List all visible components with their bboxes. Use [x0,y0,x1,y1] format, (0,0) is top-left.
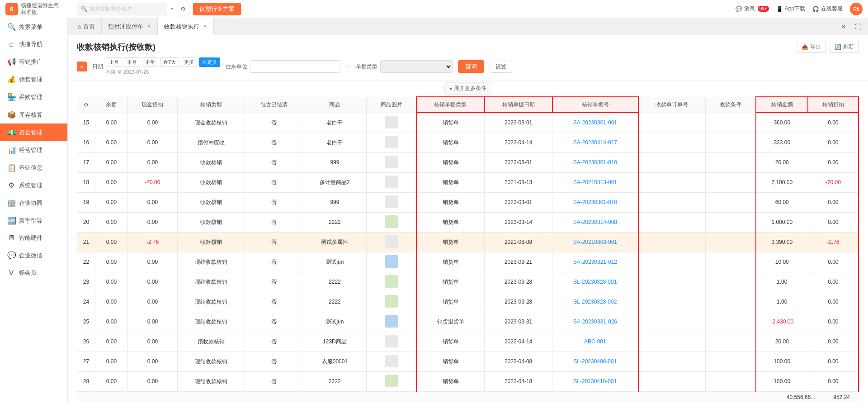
purchase-icon: 🏪 [7,93,15,101]
tab-collection-close[interactable]: ✕ [203,24,207,29]
cell-include-settled: 否 [245,352,303,371]
date-btn-this-year[interactable]: 本年 [142,57,158,67]
top-bar: 6 畅捷通谱好生意 标准版 🔍 搜索功能/单据/客户... ▾ ⚙ 休憩行业方案… [0,0,868,18]
sidebar: 🔍 搜索菜单 ⌂ 快捷导航 📢 营销推广 💰 销售管理 🏪 采购管理 📦 库存核… [0,18,68,404]
sidebar-item-finance[interactable]: 💵 资金管理 [0,124,67,141]
table-footer: 40,556,66... 952.24 [77,392,859,402]
cell-balance: 0.00 [95,152,128,172]
sidebar-item-member[interactable]: V 畅会员 [0,264,67,281]
cell-bill-no[interactable]: SL-20230328-001 [552,272,638,292]
th-settings[interactable]: ⚙ [77,97,95,113]
cell-bill-no[interactable]: SL-20230418-001 [552,371,638,391]
cell-receipt-order-no [638,371,706,391]
date-btn-7days[interactable]: 近7天 [160,57,179,67]
cell-bill-no[interactable]: SA-20230314-008 [552,212,638,232]
export-icon: 📤 [802,44,808,50]
tab-prepaid-close[interactable]: ✕ [147,24,151,29]
cell-write-off-type: 现结收款核销 [178,292,245,312]
sidebar-item-label: 库存核算 [19,111,42,119]
sidebar-item-enterprise[interactable]: 🏢 企业协同 [0,194,67,212]
cell-bill-no[interactable]: SA-20230321-012 [552,252,638,272]
cell-balance: 0.00 [95,292,128,312]
cell-bill-date: 2023-03-28 [485,272,552,292]
sidebar-item-label: 快捷导航 [19,40,42,48]
sidebar-item-label: 基础信息 [19,164,42,172]
tab-prepaid[interactable]: 预付冲应付单 ✕ [102,18,158,35]
expand-more-button[interactable]: ▾ 展开更多条件 [444,82,491,95]
cell-receipt-order-no [638,352,706,371]
header-actions: 📤 导出 🔄 刷新 [797,41,859,53]
app-download-area[interactable]: 📱 App下载 [776,5,805,13]
cell-bill-no[interactable]: SA-20230301-001 [552,113,638,133]
table-row: 24 0.00 0.00 现结收款核销 否 2222 销货单 2023-03-2… [77,292,859,312]
date-btn-more[interactable]: 更多 [181,57,197,67]
sidebar-item-purchase[interactable]: 🏪 采购管理 [0,88,67,106]
cell-bill-no[interactable]: SL-20230408-001 [552,352,638,371]
cell-row-num: 24 [77,292,95,312]
cell-bill-no[interactable]: SA-20230414-017 [552,133,638,152]
cell-bill-no[interactable]: SA-20230301-010 [552,192,638,212]
cell-write-off-discount: 0.00 [808,312,859,332]
search-box[interactable]: 🔍 搜索功能/单据/客户... [77,3,167,15]
cell-bill-no[interactable]: ABC-001 [552,332,638,352]
search-dropdown-arrow[interactable]: ▾ [171,6,173,11]
tab-collection[interactable]: 收款核销执行 ✕ [158,18,214,35]
sidebar-item-operations[interactable]: 📊 经营管理 [0,141,67,159]
cell-row-num: 19 [77,192,95,212]
cell-balance: 0.00 [95,133,128,152]
sidebar-item-new-guide[interactable]: 🆕 新手引导 [0,212,67,229]
cell-bill-no[interactable]: SA-20230331-026 [552,312,638,332]
cell-cash-discount: 0.00 [127,192,177,212]
sidebar-item-enterprise-wx[interactable]: 💬 企业微信 [0,247,67,264]
cell-bill-no[interactable]: SA-20210808-001 [552,232,638,252]
search-menu-icon: 🔍 [7,23,15,31]
cell-bill-date: 2023-03-21 [485,252,552,272]
cell-write-off-type: 收款核销 [178,192,245,212]
date-btn-custom[interactable]: 自定义 [199,57,220,67]
sidebar-item-system[interactable]: ⚙ 系统管理 [0,176,67,194]
cell-goods-img [366,113,416,133]
sidebar-item-search-menu[interactable]: 🔍 搜索菜单 [0,18,67,36]
new-guide-icon: 🆕 [7,216,15,225]
cell-write-off-discount: 0.00 [808,252,859,272]
date-btn-this-month[interactable]: 本月 [124,57,140,67]
cell-bill-no[interactable]: SA-20210813-001 [552,172,638,192]
sidebar-item-inventory[interactable]: 📦 库存核算 [0,106,67,124]
cell-write-off-discount: 0.00 [808,133,859,152]
cell-balance: 0.00 [95,192,128,212]
query-button[interactable]: 查询 [458,60,484,73]
basic-info-icon: 📋 [7,163,15,172]
refresh-button[interactable]: 🔄 刷新 [830,41,859,53]
tab-home[interactable]: ⌂ 首页 [71,18,102,35]
cell-bill-date: 2023-03-14 [485,212,552,232]
settings-button[interactable]: 设置 [490,61,512,73]
message-area[interactable]: 💬 消息 99+ [736,5,769,13]
cell-write-off-amount: 20.00 [756,152,808,172]
online-service-area[interactable]: 🎧 在线客服 [812,5,843,13]
counterpart-input[interactable] [250,60,340,73]
top-right-area: 💬 消息 99+ 📱 App下载 🎧 在线客服 Rit [736,3,863,15]
cell-receipt-order-no [638,232,706,252]
tab-close-all-button[interactable]: ✕ [837,20,850,33]
cell-bill-no[interactable]: SL-20230328-002 [552,292,638,312]
cell-include-settled: 否 [245,332,303,352]
industry-solution-button[interactable]: 休憩行业方案 [193,3,241,15]
settings-gear-btn[interactable]: ⚙ [177,3,189,15]
cell-row-num: 23 [77,272,95,292]
sidebar-item-label: 新手引导 [19,217,42,225]
sidebar-item-smart-hw[interactable]: 🖥 智能硬件 [0,229,67,247]
user-avatar[interactable]: Rit [850,3,863,15]
export-button[interactable]: 📤 导出 [797,41,826,53]
cell-write-off-amount: 100.00 [756,371,808,391]
table-row: 19 0.00 0.00 收款核销 否 999 销货单 2023-03-01 S… [77,192,859,212]
filter-collapse-button[interactable]: » [77,62,87,71]
sidebar-item-basic-info[interactable]: 📋 基础信息 [0,159,67,176]
bill-type-select[interactable] [380,60,453,73]
sidebar-item-marketing[interactable]: 📢 营销推广 [0,53,67,71]
sidebar-item-sales[interactable]: 💰 销售管理 [0,71,67,88]
tab-maximize-button[interactable]: ⛶ [852,20,864,33]
date-btn-last-month[interactable]: 上月 [106,57,122,67]
cell-bill-type: 销货单 [416,272,484,292]
sidebar-item-quick-nav[interactable]: ⌂ 快捷导航 [0,36,67,53]
cell-bill-no[interactable]: SA-20230301-010 [552,152,638,172]
